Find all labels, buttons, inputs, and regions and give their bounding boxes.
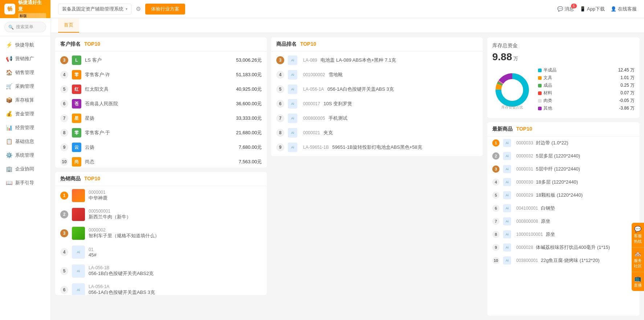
nav-label-enterprise: 企业协同 <box>15 166 34 172</box>
rank-number: 5 <box>276 85 284 93</box>
hot-products-title: 热销商品 TOP10 <box>60 176 100 181</box>
nav-item-finance[interactable]: 💰 资金管理 <box>0 107 50 121</box>
product-info: 0000021 夹克 <box>303 130 478 136</box>
app-download-button[interactable]: 📱 App下载 <box>580 6 605 12</box>
nav-item-guide[interactable]: 📖 新手引导 <box>0 176 50 190</box>
search-menu-button[interactable]: 🔍 搜索菜单 <box>4 22 46 32</box>
live-button[interactable]: 📺 直播 <box>632 272 644 291</box>
product-name: 封边带 (1.0*22) <box>536 140 568 145</box>
nav-item-enterprise[interactable]: 🏢 企业协同 <box>0 162 50 176</box>
rank-number: 5 <box>60 85 68 93</box>
rank-number: 6 <box>492 205 500 212</box>
sidebar-logo: 畅 畅捷通好生意 标版 <box>0 0 50 18</box>
nav-item-inventory[interactable]: 📦 库存核算 <box>0 93 50 107</box>
product-code: 003800001 <box>516 258 538 263</box>
product-thumbnail: Ai <box>503 191 511 199</box>
customer-value: 21,680.00元 <box>236 130 262 136</box>
list-item: 1 Ai 0000033 封边带 (1.0*22) <box>487 136 640 149</box>
rank-number: 8 <box>60 129 68 137</box>
product-ranking-header: 商品排名 TOP10 <box>271 37 483 52</box>
product-name: 体碱荔枝味苏打饮品400毫升 (1*15) <box>536 245 610 250</box>
product-thumbnail: Ai <box>288 143 297 152</box>
list-item: 3 Ai LA-089 电池盖 LA-089 ABS本色+黑种 7.1克 <box>271 53 483 67</box>
product-info: LA-59651-1B 59651-1B旋转投影灯电池盒ABS黑色+58克 <box>303 144 478 151</box>
product-info: 0000017 10S 变刹罗煲 <box>303 100 478 107</box>
nav-label-base-info: 基础信息 <box>15 138 34 145</box>
tab-home[interactable]: 首页 <box>58 18 79 33</box>
list-item: 7 星 星扬 33,333.00元 <box>55 111 267 126</box>
legend-dot <box>538 84 542 87</box>
nav-item-base-info[interactable]: 📋 基础信息 <box>0 135 50 148</box>
app-selector[interactable]: 装备及固定资产辅助管理系统 ▾ <box>58 4 131 15</box>
avatar: L <box>72 56 81 65</box>
legend-label: 材料 <box>543 90 620 96</box>
inventory-donut-chart: 库存资金占比 <box>492 70 532 110</box>
product-code: 0000033 <box>516 140 533 145</box>
customer-name: 零售客户·许 <box>85 71 232 78</box>
nav-item-sales[interactable]: 🏠 销售管理 <box>0 66 50 79</box>
newest-products-title: 最新商品 TOP10 <box>492 126 532 132</box>
product-ranking-card: 商品排名 TOP10 3 Ai LA-089 电池盖 LA-089 ABS本色+… <box>271 37 483 156</box>
nav-item-quick[interactable]: ⚡ 快捷导航 <box>0 38 50 52</box>
product-code: LA-59651-1B <box>303 145 329 150</box>
legend-label: 成品 <box>543 82 620 89</box>
customer-service-button[interactable]: 💬 客服 热线 <box>632 223 644 247</box>
avatar: 零 <box>72 70 81 79</box>
nav-item-purchase[interactable]: 🛒 采购管理 <box>0 79 50 93</box>
nav-label-marketing: 营销推广 <box>15 56 34 62</box>
messages-button[interactable]: 💬 消息 6 <box>557 6 574 12</box>
legend-value: 0.25 万 <box>620 82 635 89</box>
legend-dot <box>538 99 542 103</box>
list-item: 5 Ai 0000029 18颗粒板 (1220*2440) <box>487 189 640 202</box>
product-thumbnail: Ai <box>503 243 511 251</box>
product-thumbnail: Ai <box>288 128 297 138</box>
nav-item-operations[interactable]: 📊 经营管理 <box>0 121 50 135</box>
inventory-legend: 半成品 12.45 万 文具 1.01 万 成品 0.25 万 材料 0.07 … <box>538 67 635 113</box>
nav-icon-inventory: 📦 <box>6 97 12 103</box>
nav-item-system[interactable]: ⚙️ 系统管理 <box>0 148 50 162</box>
product-info: 000500001 新西兰牛肉（新牛） <box>89 209 262 220</box>
product-ranking-list: 3 Ai LA-089 电池盖 LA-089 ABS本色+黑种 7.1克 4 A… <box>271 52 483 156</box>
product-thumbnail: Ai <box>288 99 297 108</box>
product-code: 10000100001 <box>516 232 543 237</box>
rank-number: 1 <box>492 139 500 147</box>
legend-item: 成品 0.25 万 <box>538 82 635 89</box>
product-thumbnail: Ai <box>503 217 511 225</box>
community-icon: 🏘️ <box>634 250 641 257</box>
rank-number: 3 <box>276 56 284 64</box>
left-column: 客户排名 TOP10 3 L LS 客户 53,006.26元 4 零 零售客户… <box>55 37 267 316</box>
logo-text: 畅捷通好生意 标版 <box>18 0 46 19</box>
product-image-placeholder: Ai <box>72 264 85 278</box>
service-community-button[interactable]: 🏘️ 服务 社区 <box>632 247 644 272</box>
nav-icon-purchase: 🛒 <box>6 83 12 90</box>
product-code: 000800008 <box>516 219 538 224</box>
middle-column: 商品排名 TOP10 3 Ai LA-089 电池盖 LA-089 ABS本色+… <box>271 37 483 316</box>
customer-value: 7,563.00元 <box>239 159 262 165</box>
online-service-button[interactable]: 👤 在线客服 <box>611 6 637 12</box>
rank-number: 8 <box>276 129 284 137</box>
customer-name: 云扬 <box>85 144 235 151</box>
header-actions: 💬 消息 6 📱 App下载 👤 在线客服 <box>557 6 637 12</box>
rank-number: 9 <box>492 244 500 251</box>
inventory-amount: 9.88 万 <box>492 51 635 63</box>
product-name: 中华神鹿 <box>89 195 262 201</box>
rank-number: 4 <box>60 71 68 79</box>
right-panel: 库存总资金 9.88 万 <box>487 37 640 316</box>
rank-number: 9 <box>276 143 284 151</box>
nav-item-marketing[interactable]: 📢 营销推广 <box>0 52 50 66</box>
legend-value: -3.86 万 <box>619 105 635 111</box>
nav-label-finance: 资金管理 <box>15 111 34 117</box>
rank-number: 9 <box>60 143 68 151</box>
trial-button[interactable]: 体验行业方案 <box>145 4 185 15</box>
legend-label: 半成品 <box>543 67 618 73</box>
customer-value: 7,680.00元 <box>239 144 262 151</box>
rank-number: 2 <box>60 210 68 218</box>
inventory-chart-area: 库存资金占比 半成品 12.45 万 文具 1.01 万 成品 0.25 万 材… <box>492 67 635 113</box>
newest-products-list: 1 Ai 0000033 封边带 (1.0*22) 2 Ai 0000032 5… <box>487 136 640 267</box>
avatar: 零 <box>72 128 81 138</box>
rank-number: 3 <box>60 56 68 64</box>
main-content: 首页 客户排名 TOP10 3 L LS 客户 53,006.26元 4 零 零… <box>51 18 644 320</box>
product-name: 5层中纤 (1220*2440) <box>536 166 580 172</box>
settings-gear-icon[interactable]: ⚙ <box>136 5 141 12</box>
product-info: 0000032 5层多层 (1220*2440) <box>516 153 635 159</box>
